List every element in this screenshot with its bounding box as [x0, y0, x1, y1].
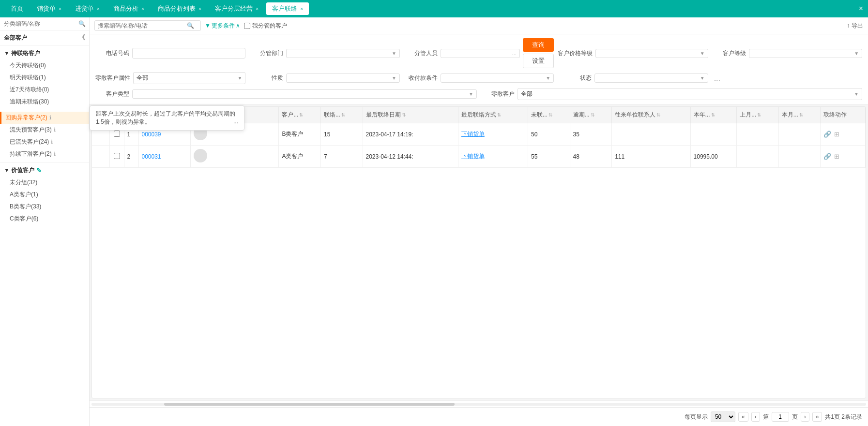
th-customer-type[interactable]: 客户...⇅: [279, 107, 321, 123]
th-contact-count[interactable]: 联络...⇅: [320, 107, 363, 123]
th-last-contact-date[interactable]: 最后联络日期⇅: [363, 107, 458, 123]
sidebar-search-input[interactable]: [4, 20, 76, 27]
th-last-month[interactable]: 上月...⇅: [737, 107, 779, 123]
filter-gender-select[interactable]: ▼: [286, 73, 399, 83]
table-row: 2 000031 A类客户 7 2023-04-12 14:44: 下销货单 5…: [92, 146, 866, 168]
th-this-month[interactable]: 本月...⇅: [778, 107, 821, 123]
filter-phone-input[interactable]: [132, 48, 245, 59]
window-close-button[interactable]: ×: [859, 4, 863, 13]
filter-search-input[interactable]: [98, 22, 185, 29]
td-last-contact-method-2[interactable]: 下销货单: [458, 146, 528, 168]
nav-close-customer-segmentation[interactable]: ×: [256, 6, 259, 12]
nav-item-customer-contact[interactable]: 客户联络 ×: [266, 2, 309, 15]
next-page-button[interactable]: ›: [801, 412, 809, 422]
customer-type-sort-icon: ⇅: [299, 112, 303, 118]
td-last-contact-method-1[interactable]: 下销货单: [458, 123, 528, 146]
row-checkbox-2[interactable]: [114, 153, 120, 159]
my-customers-checkbox[interactable]: [244, 23, 250, 29]
first-page-button[interactable]: «: [738, 412, 748, 422]
scrollbar-thumb[interactable]: [164, 403, 455, 406]
filter-status-label: 状态: [558, 74, 592, 82]
th-overdue[interactable]: 逾期...⇅: [570, 107, 612, 123]
grid-icon-2[interactable]: ⊞: [834, 153, 839, 160]
filter-customer-level-label: 客户等级: [712, 49, 746, 58]
th-past-contacts[interactable]: 往来单位联系人⇅: [612, 107, 690, 123]
filter-customer-level-select[interactable]: ▼: [749, 49, 862, 58]
row-checkbox-1[interactable]: [114, 131, 120, 137]
th-uncontacted[interactable]: 未联...⇅: [528, 107, 570, 123]
nav-item-home[interactable]: 首页: [5, 2, 29, 15]
filter-phone-row: 电话号码: [95, 38, 245, 68]
sidebar-item-already-lost[interactable]: 已流失客户(24) ℹ: [0, 136, 89, 148]
link-icon-2[interactable]: 🔗: [823, 153, 831, 160]
settings-button[interactable]: 设置: [523, 54, 554, 68]
more-conditions-label: 更多条件: [212, 22, 235, 30]
sidebar-item-unclassified[interactable]: 未分组(32): [0, 176, 89, 189]
prev-page-button[interactable]: ‹: [751, 412, 760, 422]
lost-warning-info-icon[interactable]: ℹ: [54, 127, 56, 133]
nav-item-product-list[interactable]: 商品分析列表 ×: [152, 2, 207, 15]
nav-item-sales[interactable]: 销货单 ×: [31, 2, 67, 15]
th-last-contact-method[interactable]: 最后联络方式⇅: [458, 107, 528, 123]
declining-info-icon[interactable]: ℹ: [54, 151, 56, 157]
link-icon-1[interactable]: 🔗: [823, 131, 831, 138]
last-page-button[interactable]: »: [812, 412, 822, 422]
query-button[interactable]: 查询: [523, 38, 554, 52]
filter-retail-attr-select[interactable]: 全部 ▼: [133, 72, 245, 84]
content-area: 🔍 ▼ 更多条件 ∧ 我分管的客户 ↑ 导出 电话号码: [90, 17, 868, 426]
nav-item-purchase[interactable]: 进货单 ×: [69, 2, 106, 15]
per-page-label: 每页显示: [685, 413, 708, 421]
export-button[interactable]: ↑ 导出: [847, 22, 863, 30]
filter-price-level-select[interactable]: ▼: [595, 49, 708, 58]
sidebar-item-a-class[interactable]: A类客户(1): [0, 189, 89, 201]
page-number-input[interactable]: [772, 412, 789, 422]
nav-close-product-list[interactable]: ×: [198, 6, 201, 12]
sidebar-item-overdue[interactable]: 逾期未联络(30): [0, 96, 89, 108]
filter-manager-select[interactable]: …: [441, 49, 520, 58]
sidebar-item-today[interactable]: 今天待联络(0): [0, 59, 89, 72]
td-past-contacts-1: [612, 123, 690, 146]
tooltip-more-icon[interactable]: ...: [233, 118, 238, 125]
filter-ellipsis-icon[interactable]: ...: [712, 74, 722, 83]
filter-dept-select[interactable]: ▼: [286, 49, 399, 58]
sidebar-item-repurchase-abnormal[interactable]: 回购异常客户(2) ℹ: [0, 112, 89, 124]
sidebar-item-declining[interactable]: 持续下滑客户(2) ℹ: [0, 148, 89, 160]
td-overdue-2: 48: [570, 146, 612, 168]
value-customer-title[interactable]: ▼ 价值客户 ✎: [0, 164, 89, 176]
sidebar-search-icon[interactable]: 🔍: [78, 20, 86, 27]
nav-close-customer-contact[interactable]: ×: [300, 6, 303, 12]
nav-item-customer-segmentation[interactable]: 客户分层经营 ×: [209, 2, 264, 15]
filter-status-select[interactable]: ▼: [594, 73, 708, 83]
sidebar-item-b-class[interactable]: B类客户(33): [0, 201, 89, 213]
filter-search-icon[interactable]: 🔍: [187, 22, 194, 29]
th-this-year[interactable]: 本年...⇅: [690, 107, 737, 123]
last-contact-method-link-1[interactable]: 下销货单: [461, 131, 485, 137]
more-conditions-button[interactable]: ▼ 更多条件 ∧: [205, 22, 240, 30]
filter-retail-customer-select[interactable]: 全部 ▼: [518, 88, 862, 100]
sidebar-item-lost-warning[interactable]: 流失预警客户(3) ℹ: [0, 124, 89, 136]
pending-contact-title[interactable]: ▼ 待联络客户: [0, 47, 89, 59]
last-contact-method-link-2[interactable]: 下销货单: [461, 153, 485, 160]
filter-customer-type-select[interactable]: ▼: [132, 89, 477, 99]
sidebar-item-c-class[interactable]: C类客户(6): [0, 213, 89, 225]
page-label: 第: [763, 413, 769, 421]
td-customer-name-2: [191, 146, 279, 168]
value-customer-edit-icon[interactable]: ✎: [36, 167, 42, 174]
nav-close-purchase[interactable]: ×: [97, 6, 100, 12]
sidebar-search-area: 🔍: [0, 17, 89, 30]
nav-close-product-analysis[interactable]: ×: [141, 6, 144, 12]
already-lost-info-icon[interactable]: ℹ: [51, 139, 53, 145]
sidebar-collapse-button[interactable]: 《: [78, 33, 85, 42]
repurchase-info-icon[interactable]: ℹ: [49, 115, 51, 121]
sidebar-item-tomorrow[interactable]: 明天待联络(1): [0, 72, 89, 84]
last-month-sort-icon: ⇅: [757, 112, 761, 118]
filter-payment-select[interactable]: ▼: [441, 73, 554, 83]
nav-item-product-analysis[interactable]: 商品分析 ×: [107, 2, 150, 15]
sidebar-item-week[interactable]: 近7天待联络(0): [0, 84, 89, 96]
horizontal-scrollbar[interactable]: [90, 400, 868, 407]
nav-close-sales[interactable]: ×: [59, 6, 61, 12]
filter-dept-arrow-icon: ▼: [392, 51, 396, 56]
per-page-select[interactable]: 50 20 100: [711, 411, 735, 422]
grid-icon-1[interactable]: ⊞: [834, 131, 839, 138]
td-customer-code-2[interactable]: 000031: [138, 146, 191, 168]
